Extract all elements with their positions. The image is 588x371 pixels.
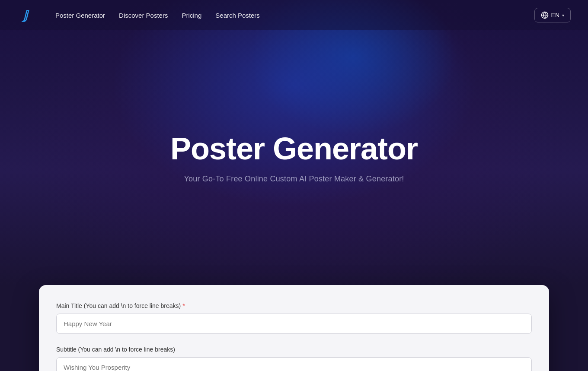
page-wrapper: 𝕁 Poster Generator Discover Posters Pric… [0,0,588,371]
subtitle-label: Subtitle (You can add \n to force line b… [56,346,532,353]
navbar: 𝕁 Poster Generator Discover Posters Pric… [0,0,588,30]
subtitle-input[interactable] [56,357,532,371]
nav-link-discover-posters[interactable]: Discover Posters [114,8,173,22]
main-title-field: Main Title (You can add \n to force line… [56,302,532,334]
hero-title: Poster Generator [170,132,418,166]
subtitle-field: Subtitle (You can add \n to force line b… [56,346,532,371]
language-code: EN [551,12,559,19]
logo-icon: 𝕁 [23,8,28,22]
nav-links: Poster Generator Discover Posters Pricin… [50,8,265,22]
nav-link-pricing[interactable]: Pricing [176,8,207,22]
logo[interactable]: 𝕁 [17,7,33,23]
chevron-down-icon: ▾ [562,13,564,18]
required-indicator: * [182,302,185,309]
nav-link-search-posters[interactable]: Search Posters [210,8,265,22]
nav-link-poster-generator[interactable]: Poster Generator [50,8,110,22]
hero-subtitle: Your Go-To Free Online Custom AI Poster … [184,174,404,184]
main-title-label: Main Title (You can add \n to force line… [56,302,532,309]
navbar-left: 𝕁 Poster Generator Discover Posters Pric… [17,7,265,23]
language-selector[interactable]: EN ▾ [534,8,571,22]
form-card: Main Title (You can add \n to force line… [39,285,549,371]
globe-icon [541,11,549,19]
hero-section: Poster Generator Your Go-To Free Online … [0,30,588,285]
main-title-input[interactable] [56,314,532,334]
